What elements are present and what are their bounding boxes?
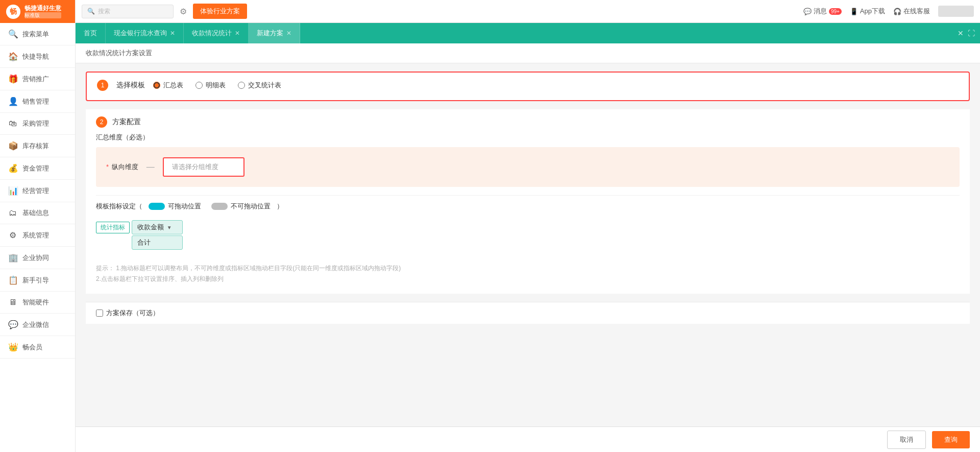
- sidebar-item-label: 库存核算: [22, 141, 49, 151]
- metrics-label-text: 模板指标设定（: [96, 202, 142, 211]
- sidebar-item-marketing[interactable]: 🎁 营销推广: [0, 68, 75, 90]
- sidebar-item-hardware[interactable]: 🖥 智能硬件: [0, 292, 75, 314]
- step1-section: 1 选择模板 汇总表 明细表: [86, 72, 970, 101]
- radio-summary-label: 汇总表: [163, 81, 183, 90]
- tip-2: 2.点击标题栏下拉可设置排序、插入列和删除列: [96, 275, 960, 283]
- step1-row: 1 选择模板 汇总表 明细表: [97, 80, 959, 91]
- sidebar-item-inventory[interactable]: 📦 库存核算: [0, 135, 75, 157]
- tab-new-plan-close[interactable]: ✕: [286, 30, 291, 36]
- message-item[interactable]: 💬 消息 99+: [803, 7, 842, 16]
- clipboard-icon: 📋: [8, 275, 17, 285]
- bag-icon: 🛍: [8, 119, 17, 128]
- stats-subtitle: 统计指标: [96, 222, 130, 233]
- step2-section: 2 方案配置 汇总维度（必选） * 纵向维度 —: [86, 109, 970, 294]
- step2-title: 方案配置: [112, 117, 141, 127]
- step1-title: 选择模板: [116, 81, 145, 90]
- monitor-icon: 🖥: [8, 298, 17, 307]
- tab-receipt-label: 收款情况统计: [192, 29, 232, 38]
- tab-home[interactable]: 首页: [76, 23, 106, 43]
- radio-cross[interactable]: 交叉统计表: [238, 81, 281, 90]
- radio-cross-input[interactable]: [238, 82, 245, 89]
- logo-icon: 畅: [6, 5, 20, 19]
- sidebar-item-finance[interactable]: 💰 资金管理: [0, 157, 75, 180]
- page-header: 收款情况统计方案设置: [76, 43, 980, 63]
- dimension-select[interactable]: 请选择分组维度: [163, 157, 244, 177]
- message-label: 消息: [814, 7, 827, 16]
- settings-icon[interactable]: ⚙: [180, 7, 187, 16]
- chevron-down-icon: ▼: [167, 225, 172, 230]
- draggable-label: 可拖动位置: [168, 202, 201, 211]
- building-icon: 🏢: [8, 253, 17, 263]
- metrics-close: ）: [277, 202, 283, 211]
- tab-receipt-close[interactable]: ✕: [235, 30, 240, 36]
- sidebar-item-label: 基础信息: [22, 208, 49, 218]
- industry-button[interactable]: 体验行业方案: [193, 4, 247, 19]
- tab-cashflow[interactable]: 现金银行流水查询 ✕: [106, 23, 184, 43]
- sidebar-item-sales[interactable]: 👤 销售管理: [0, 90, 75, 113]
- expand-tab-btn[interactable]: ⛶: [968, 29, 975, 37]
- metrics-table: 收款金额 ▼ 合计: [132, 220, 183, 250]
- download-item[interactable]: 📱 App下载: [850, 7, 885, 16]
- tab-cashflow-close[interactable]: ✕: [170, 30, 175, 36]
- tab-new-plan[interactable]: 新建方案 ✕: [249, 23, 300, 43]
- dimension-required-mark: * 纵向维度: [106, 162, 138, 172]
- sidebar-item-enterprise[interactable]: 🏢 企业协同: [0, 247, 75, 269]
- metrics-tag-amount[interactable]: 收款金额 ▼: [132, 220, 183, 234]
- radio-detail-input[interactable]: [195, 82, 203, 89]
- sidebar-item-operations[interactable]: 📊 经营管理: [0, 180, 75, 202]
- radio-detail[interactable]: 明细表: [195, 81, 226, 90]
- tips-area: 提示： 1.拖动标题栏可以调整布局，不可跨维度或指标区域拖动栏目字段(只能在同一…: [86, 258, 970, 294]
- search-box[interactable]: 🔍 搜索: [82, 5, 174, 18]
- sidebar-item-label: 快捷导航: [22, 52, 49, 61]
- dimension-row: * 纵向维度 — 请选择分组维度: [106, 157, 949, 177]
- step2-header: 2 方案配置: [86, 109, 970, 133]
- sidebar-item-label: 智能硬件: [22, 298, 49, 307]
- sidebar-item-label: 企业微信: [22, 320, 49, 329]
- sidebar-item-system[interactable]: ⚙ 系统管理: [0, 224, 75, 247]
- sidebar-item-purchase[interactable]: 🛍 采购管理: [0, 113, 75, 135]
- save-checkbox[interactable]: [96, 310, 103, 317]
- gift-icon: 🎁: [8, 74, 17, 84]
- query-button[interactable]: 查询: [932, 431, 970, 448]
- search-icon: 🔍: [8, 29, 17, 39]
- user-avatar[interactable]: [938, 6, 974, 17]
- sidebar-item-guide[interactable]: 📋 新手引导: [0, 269, 75, 292]
- sidebar: 畅 畅捷通好生意 标准版 🔍 搜索菜单 🏠 快捷导航 🎁 营销推广 👤 销售管理…: [0, 0, 76, 452]
- metrics-tag-total[interactable]: 合计: [132, 235, 183, 250]
- cancel-button[interactable]: 取消: [887, 431, 926, 449]
- draggable-indicator: [149, 203, 165, 210]
- tab-receipt-stats[interactable]: 收款情况统计 ✕: [184, 23, 249, 43]
- gear-icon: ⚙: [8, 230, 17, 240]
- page-title: 收款情况统计方案设置: [86, 49, 152, 57]
- tab-cashflow-label: 现金银行流水查询: [114, 29, 167, 38]
- metrics-area: 统计指标 收款金额 ▼ 合计: [96, 215, 960, 258]
- metrics-amount-label: 收款金额: [137, 223, 164, 232]
- draggable-hint: 可拖动位置: [149, 202, 201, 211]
- radio-cross-label: 交叉统计表: [248, 81, 281, 90]
- download-label: App下载: [860, 7, 885, 16]
- chart-icon: 📊: [8, 186, 17, 196]
- sidebar-item-search[interactable]: 🔍 搜索菜单: [0, 23, 75, 45]
- sidebar-item-wechat[interactable]: 💬 企业微信: [0, 314, 75, 336]
- radio-summary-input[interactable]: [153, 82, 160, 89]
- search-icon-topbar: 🔍: [87, 8, 95, 15]
- non-draggable-label: 不可拖动位置: [231, 202, 271, 211]
- dimension-title: 汇总维度（必选）: [86, 133, 970, 147]
- form-body: 1 选择模板 汇总表 明细表: [76, 63, 980, 332]
- crown-icon: 👑: [8, 342, 17, 352]
- template-selection: 1 选择模板 汇总表 明细表: [86, 72, 970, 101]
- sidebar-item-quicknav[interactable]: 🏠 快捷导航: [0, 45, 75, 68]
- logo-badge: 标准版: [24, 12, 61, 18]
- sidebar-item-label: 畅会员: [22, 343, 42, 352]
- tab-actions: ✕ ⛶: [952, 23, 980, 43]
- topbar: 🔍 搜索 ⚙ 体验行业方案 💬 消息 99+ 📱 App下载 🎧 在线客服: [76, 0, 980, 23]
- arrow-icon: —: [146, 162, 155, 172]
- service-item[interactable]: 🎧 在线客服: [893, 7, 930, 16]
- sidebar-item-member[interactable]: 👑 畅会员: [0, 336, 75, 359]
- radio-summary[interactable]: 汇总表: [153, 81, 183, 90]
- sidebar-item-basic[interactable]: 🗂 基础信息: [0, 202, 75, 224]
- sidebar-item-label: 销售管理: [22, 97, 49, 106]
- close-tab-btn[interactable]: ✕: [958, 29, 964, 37]
- non-draggable-hint: 不可拖动位置: [211, 202, 271, 211]
- sidebar-item-label: 企业协同: [22, 253, 49, 263]
